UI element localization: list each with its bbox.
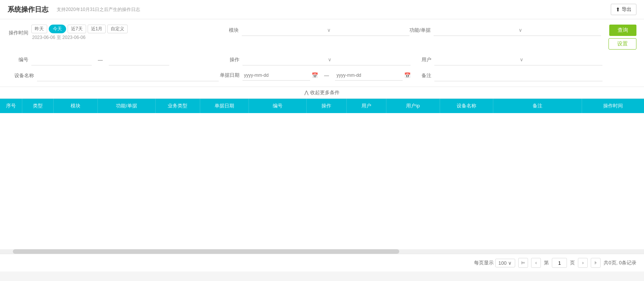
user-filter-item: 用户 ∨ [411, 54, 602, 65]
function-chevron-icon: ∨ [517, 27, 601, 33]
function-select[interactable]: ∨ [434, 25, 601, 36]
col-operation: 操作 [306, 99, 346, 113]
next-page-button[interactable]: › [578, 258, 588, 268]
device-label: 设备名称 [8, 72, 34, 79]
collapse-bar[interactable]: ⋀ 收起更多条件 [0, 87, 644, 99]
code-label: 编号 [8, 56, 28, 63]
table-header-row: 序号 类型 模块 功能/单据 业务类型 单据日期 编号 操作 用户 用户ip 设… [0, 99, 644, 113]
time-btn-yesterday[interactable]: 昨天 [31, 25, 47, 33]
page-title: 系统操作日志 [8, 5, 48, 14]
export-icon: ⬆ [616, 6, 620, 12]
calendar-to-icon[interactable]: 📅 [404, 72, 411, 78]
time-range: 2023-06-06 至 2023-06-06 [31, 34, 128, 41]
col-device: 设备名称 [440, 99, 493, 113]
filter-row-1: 操作时间 昨天 今天 近7天 近1月 自定义 2023-06-06 至 2023… [8, 25, 636, 50]
code-dash: — [98, 57, 103, 63]
setting-button[interactable]: 设置 [608, 38, 636, 50]
calendar-from-icon[interactable]: 📅 [312, 72, 318, 78]
date-from-wrapper: 📅 [242, 70, 318, 81]
page-header: 系统操作日志 支持2020年10月31日之后产生的操作日志 ⬆ 导出 [0, 0, 644, 19]
col-seq: 序号 [0, 99, 22, 113]
remark-label: 备注 [411, 72, 431, 79]
date-dash: — [324, 73, 329, 78]
action-buttons: 查询 设置 [608, 25, 636, 50]
time-btn-1month[interactable]: 近1月 [88, 25, 106, 33]
module-select[interactable]: ∨ [242, 25, 409, 36]
time-btn-custom[interactable]: 自定义 [107, 25, 128, 33]
filter-area: 操作时间 昨天 今天 近7天 近1月 自定义 2023-06-06 至 2023… [0, 19, 644, 87]
total-info: 共0页, 0条记录 [604, 259, 636, 266]
filter-row-3: 设备名称 单据日期 📅 — 📅 备注 [8, 70, 636, 81]
code-to-input[interactable] [109, 54, 169, 65]
col-module: 模块 [53, 99, 98, 113]
col-doc-date: 单据日期 [200, 99, 249, 113]
export-label: 导出 [622, 6, 632, 13]
page-size-selector: 每页显示 100 ∨ [474, 259, 516, 267]
per-page-value: 100 [499, 260, 507, 266]
time-label: 操作时间 [8, 29, 28, 36]
device-input[interactable] [37, 70, 219, 81]
scrollbar-thumb[interactable] [13, 249, 399, 254]
operation-chevron-icon: ∨ [326, 57, 411, 62]
doc-date-filter-item: 单据日期 📅 — 📅 [219, 70, 411, 81]
first-page-button[interactable]: ⊨ [518, 258, 528, 268]
col-function: 功能/单据 [98, 99, 156, 113]
time-buttons: 昨天 今天 近7天 近1月 自定义 [31, 25, 128, 33]
data-table: 序号 类型 模块 功能/单据 业务类型 单据日期 编号 操作 用户 用户ip 设… [0, 99, 644, 113]
page-subtitle: 支持2020年10月31日之后产生的操作日志 [57, 6, 140, 13]
module-filter-item: 模块 ∨ [218, 25, 409, 36]
code-from-input[interactable] [31, 54, 92, 65]
page-unit: 页 [570, 259, 575, 266]
operation-label: 操作 [219, 56, 239, 63]
device-filter-item: 设备名称 [8, 70, 219, 81]
code-filter-item: 编号 — [8, 54, 219, 65]
date-to-wrapper: 📅 [335, 70, 411, 81]
time-filter-item: 操作时间 昨天 今天 近7天 近1月 自定义 2023-06-06 至 2023… [8, 25, 218, 41]
query-button[interactable]: 查询 [609, 25, 636, 36]
operation-filter-item: 操作 ∨ [219, 54, 411, 65]
empty-area [0, 113, 644, 249]
module-chevron-icon: ∨ [326, 27, 409, 33]
user-select[interactable]: ∨ [434, 54, 602, 65]
page-label: 第 [544, 259, 549, 266]
collapse-label: 收起更多条件 [310, 90, 340, 95]
col-remark: 备注 [493, 99, 582, 113]
time-btn-today[interactable]: 今天 [49, 25, 66, 33]
remark-filter-item: 备注 [411, 70, 602, 81]
prev-page-button[interactable]: ‹ [531, 258, 541, 268]
remark-input[interactable] [434, 70, 602, 81]
time-filter: 昨天 今天 近7天 近1月 自定义 2023-06-06 至 2023-06-0… [31, 25, 128, 41]
last-page-button[interactable]: ⊧ [591, 258, 601, 268]
user-chevron-icon: ∨ [518, 57, 602, 62]
col-op-time: 操作时间 [582, 99, 644, 113]
filter-row-2: 编号 — 操作 ∨ 用户 ∨ [8, 54, 636, 65]
col-user-ip: 用户ip [386, 99, 440, 113]
page-size-box[interactable]: 100 ∨ [495, 259, 516, 267]
per-page-label: 每页显示 [474, 259, 494, 266]
current-page-input[interactable] [552, 258, 567, 268]
col-user: 用户 [346, 99, 386, 113]
table-container: 序号 类型 模块 功能/单据 业务类型 单据日期 编号 操作 用户 用户ip 设… [0, 99, 644, 249]
pagination-bar: 每页显示 100 ∨ ⊨ ‹ 第 页 › ⊧ 共0页, 0条记录 [0, 254, 644, 272]
operation-select[interactable]: ∨ [242, 54, 411, 65]
col-code: 编号 [249, 99, 306, 113]
date-from-input[interactable] [242, 70, 310, 81]
doc-date-label: 单据日期 [219, 72, 239, 79]
per-page-chevron-icon: ∨ [508, 260, 512, 266]
user-label: 用户 [411, 56, 431, 63]
table-header: 序号 类型 模块 功能/单据 业务类型 单据日期 编号 操作 用户 用户ip 设… [0, 99, 644, 113]
horizontal-scrollbar[interactable] [0, 249, 644, 254]
export-button[interactable]: ⬆ 导出 [611, 4, 636, 15]
date-to-input[interactable] [335, 70, 403, 81]
function-filter-item: 功能/单据 ∨ [409, 25, 601, 36]
time-btn-7days[interactable]: 近7天 [68, 25, 86, 33]
module-label: 模块 [218, 27, 239, 34]
function-label: 功能/单据 [409, 27, 431, 34]
collapse-up-icon: ⋀ [304, 90, 310, 95]
col-biz-type: 业务类型 [156, 99, 200, 113]
col-type: 类型 [22, 99, 53, 113]
